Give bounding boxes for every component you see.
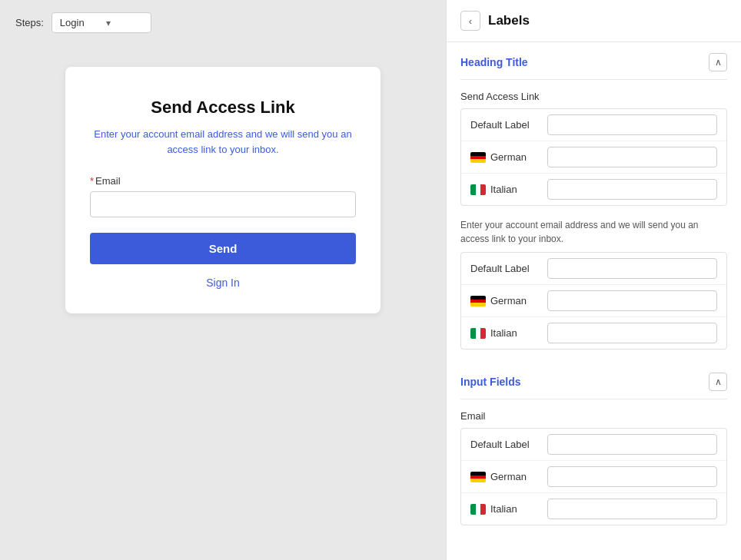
chevron-up-icon: ∧ (715, 57, 722, 68)
section-input-fields-label: Input Fields (460, 376, 521, 388)
lang-table-send-access-link-heading: Default Label German Italian (460, 108, 727, 206)
lang-label-email-italian: Italian (470, 503, 540, 515)
label-group-send-access-link-heading: Send Access Link Default Label German (460, 91, 727, 206)
collapse-heading-title-button[interactable]: ∧ (709, 53, 727, 71)
right-header: ‹ Labels (447, 0, 741, 42)
left-panel: Steps: Login ▾ Send Access Link Enter yo… (0, 0, 446, 560)
lang-input-german-heading[interactable] (547, 147, 717, 167)
lang-input-email-default[interactable] (547, 434, 717, 455)
lang-input-italian-desc[interactable] (547, 323, 717, 343)
flag-german-email-icon (470, 472, 486, 482)
lang-input-default-desc[interactable] (547, 258, 717, 279)
lang-input-email-italian[interactable] (547, 499, 717, 519)
right-panel: ‹ Labels Heading Title ∧ Send Access Lin… (446, 0, 741, 560)
lang-row-email-german: German (461, 461, 726, 493)
lang-input-italian-heading[interactable] (547, 179, 717, 200)
section-heading-title: Heading Title ∧ (460, 42, 727, 80)
flag-italian-icon (470, 184, 486, 195)
panel-title: Labels (488, 13, 530, 28)
chevron-left-icon: ‹ (469, 15, 472, 27)
lang-label-default-desc: Default Label (470, 263, 540, 274)
flag-german-icon (470, 152, 486, 163)
lang-row-email-italian: Italian (461, 493, 726, 525)
lang-label-email-german: German (470, 471, 540, 482)
steps-bar: Steps: Login ▾ (15, 12, 430, 33)
right-content: Heading Title ∧ Send Access Link Default… (447, 42, 741, 553)
required-mark: * (90, 175, 94, 187)
sign-in-link[interactable]: Sign In (206, 277, 240, 289)
steps-selected-value: Login (60, 17, 85, 28)
group-desc-send-access-link: Enter your account email address and we … (460, 218, 727, 246)
label-group-send-access-link-desc: Enter your account email address and we … (460, 218, 727, 350)
lang-row-italian-desc: Italian (461, 317, 726, 349)
lang-row-german: German (461, 141, 726, 174)
steps-label: Steps: (15, 17, 44, 28)
flag-italian-desc-icon (470, 328, 486, 339)
lang-input-default-heading[interactable] (547, 114, 717, 135)
section-input-fields: Input Fields ∧ (460, 362, 727, 399)
lang-label-italian: Italian (470, 184, 540, 195)
lang-label-email-default: Default Label (470, 439, 540, 450)
lang-label-default: Default Label (470, 119, 540, 131)
lang-row-default: Default Label (461, 109, 726, 141)
steps-select[interactable]: Login ▾ (52, 12, 151, 33)
email-input[interactable] (90, 191, 356, 217)
chevron-down-icon: ▾ (106, 18, 111, 28)
back-button[interactable]: ‹ (460, 11, 480, 31)
card-subtitle: Enter your account email address and we … (90, 127, 356, 157)
lang-row-italian: Italian (461, 174, 726, 205)
lang-table-email: Default Label German Italian (460, 428, 727, 525)
lang-label-italian-desc: Italian (470, 327, 540, 339)
lang-table-send-access-link-desc: Default Label German Italian (460, 252, 727, 350)
lang-label-german: German (470, 151, 540, 163)
section-heading-title-label: Heading Title (460, 56, 528, 68)
email-field-label: *Email (90, 175, 356, 187)
flag-german-desc-icon (470, 296, 486, 307)
card-title: Send Access Link (90, 98, 356, 118)
group-title-send-access-link: Send Access Link (460, 91, 727, 102)
lang-row-default-desc: Default Label (461, 253, 726, 285)
collapse-input-fields-button[interactable]: ∧ (709, 373, 727, 391)
flag-italian-email-icon (470, 504, 486, 515)
lang-input-german-desc[interactable] (547, 290, 717, 311)
lang-row-email-default: Default Label (461, 429, 726, 461)
lang-label-german-desc: German (470, 295, 540, 307)
preview-card: Send Access Link Enter your account emai… (65, 67, 380, 313)
send-button[interactable]: Send (90, 233, 356, 264)
lang-row-german-desc: German (461, 285, 726, 317)
chevron-up-icon-2: ∧ (715, 376, 722, 387)
group-title-email: Email (460, 410, 727, 422)
lang-input-email-german[interactable] (547, 466, 717, 487)
label-group-email: Email Default Label German Italia (460, 410, 727, 525)
